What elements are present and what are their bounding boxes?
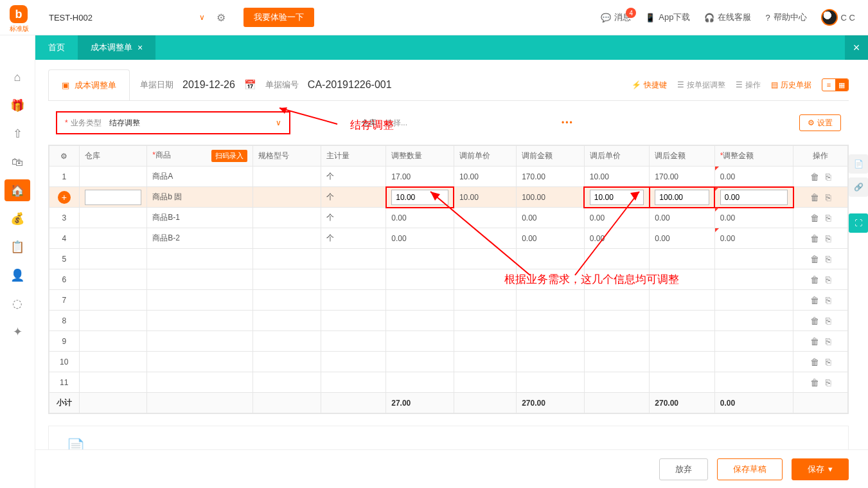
sidebar-money-icon[interactable]: 💰 — [4, 208, 30, 230]
top-actions: 💬 消息 4 📱App下载 🎧在线客服 ?帮助中心 C C — [601, 9, 855, 26]
copy-icon[interactable]: ⎘ — [826, 316, 831, 326]
copy-icon[interactable]: ⎘ — [826, 336, 831, 347]
more-icon[interactable]: ••• — [562, 118, 574, 127]
warehouse-select[interactable]: 仓库 选择... — [361, 118, 407, 129]
help-center-link[interactable]: ?帮助中心 — [765, 12, 806, 23]
logo: b 标准版 — [10, 5, 29, 33]
settings-button[interactable]: ⚙设置 — [799, 114, 841, 131]
delete-icon[interactable]: 🗑 — [810, 295, 819, 305]
col-pre-price: 调前单价 — [454, 146, 516, 167]
table-row[interactable]: 3商品B-1个0.000.000.000.000.00🗑⎘ — [49, 208, 848, 228]
tab-home[interactable]: 首页 — [35, 35, 78, 60]
table-row[interactable]: 6🗑⎘ — [49, 269, 848, 290]
copy-icon[interactable]: ⎘ — [826, 275, 831, 285]
copy-icon[interactable]: ⎘ — [826, 377, 831, 388]
copy-icon[interactable]: ⎘ — [826, 254, 831, 264]
discard-button[interactable]: 放弃 — [659, 458, 708, 480]
business-type-select[interactable]: * 业务类型 结存调整 ∨ — [56, 111, 290, 134]
scan-input-tag[interactable]: 扫码录入 — [211, 150, 247, 162]
sidebar-warehouse-icon[interactable]: 🏠 — [4, 179, 30, 201]
col-qty: 调整数量 — [386, 146, 454, 167]
delete-icon[interactable]: 🗑 — [810, 336, 819, 347]
messages-link[interactable]: 💬 消息 4 — [601, 12, 631, 23]
main-content: ▣ 成本调整单 单据日期 2019-12-26 📅 单据编号 CA-201912… — [35, 60, 868, 488]
footer-actions: 放弃 保存草稿 保存▾ — [35, 449, 868, 488]
user-menu[interactable]: C C — [821, 9, 855, 26]
table-row[interactable]: 4商品B-2个0.000.000.000.000.00🗑⎘ — [49, 228, 848, 249]
org-selector[interactable]: TEST-H002 ∨ — [45, 8, 209, 27]
sidebar-clipboard-icon[interactable]: 📋 — [4, 236, 30, 258]
rail-link-icon[interactable]: 🔗 — [849, 177, 868, 197]
post-price-input[interactable] — [590, 190, 644, 205]
delete-icon[interactable]: 🗑 — [810, 377, 819, 388]
col-post-price: 调后单价 — [584, 146, 649, 167]
delete-icon[interactable]: 🗑 — [810, 172, 819, 182]
col-warehouse: 仓库 — [79, 146, 147, 167]
delete-icon[interactable]: 🗑 — [810, 213, 819, 223]
copy-icon[interactable]: ⎘ — [826, 213, 831, 223]
add-row-icon[interactable]: + — [58, 191, 71, 204]
delete-icon[interactable]: 🗑 — [810, 254, 819, 264]
doc-icon: ▣ — [62, 80, 69, 90]
operations-link[interactable]: ☰ 操作 — [736, 80, 761, 91]
sidebar-bag-icon[interactable]: 🛍 — [4, 151, 30, 173]
delete-icon[interactable]: 🗑 — [810, 192, 819, 203]
close-icon[interactable]: × — [137, 42, 143, 53]
copy-icon[interactable]: ⎘ — [826, 233, 831, 244]
post-amount-input[interactable] — [655, 190, 709, 205]
table-row[interactable]: 11🗑⎘ — [49, 372, 848, 393]
view-list-icon[interactable]: ≡ — [822, 79, 835, 91]
copy-icon[interactable]: ⎘ — [826, 172, 831, 182]
adj-amount-input[interactable] — [720, 190, 788, 205]
delete-icon[interactable]: 🗑 — [810, 316, 819, 326]
message-icon: 💬 — [601, 13, 611, 23]
gear-icon[interactable]: ⚙ — [217, 12, 226, 24]
copy-icon[interactable]: ⎘ — [826, 357, 831, 367]
warehouse-input[interactable] — [85, 190, 142, 205]
delete-icon[interactable]: 🗑 — [810, 275, 819, 285]
calendar-icon[interactable]: 📅 — [244, 79, 256, 91]
col-gear[interactable]: ⚙ — [49, 146, 80, 167]
table-row[interactable]: 7🗑⎘ — [49, 290, 848, 311]
sidebar-up-icon[interactable]: ⇧ — [4, 123, 30, 145]
close-all-tabs[interactable]: × — [845, 35, 868, 60]
org-name: TEST-H002 — [49, 13, 93, 23]
topbar: b 标准版 TEST-H002 ∨ ⚙ 我要体验一下 💬 消息 4 📱App下载… — [0, 0, 868, 35]
form-row: * 业务类型 结存调整 ∨ 仓库 选择... ••• ⚙设置 — [48, 100, 849, 145]
rail-expand-icon[interactable]: ⛶ — [849, 213, 868, 233]
rail-note-icon[interactable]: 📄 — [849, 154, 868, 174]
data-table: ⚙ 仓库 *商品扫码录入 规格型号 主计量 调整数量 调前单价 调前金额 调后单… — [48, 145, 849, 414]
doc-no-label: 单据编号 — [265, 79, 299, 91]
date-value[interactable]: 2019-12-26 — [182, 79, 235, 91]
tab-cost-adjustment[interactable]: 成本调整单 × — [78, 35, 155, 60]
copy-icon[interactable]: ⎘ — [826, 295, 831, 305]
sidebar-gift-icon[interactable]: 🎁 — [4, 95, 30, 116]
per-bill-link[interactable]: ☰ 按单据调整 — [677, 80, 725, 91]
sidebar-new-icon[interactable]: ✦ — [4, 321, 30, 343]
delete-icon[interactable]: 🗑 — [810, 233, 819, 244]
avatar — [821, 9, 838, 26]
experience-button[interactable]: 我要体验一下 — [244, 8, 314, 27]
col-adj-amount: *调整金额 — [714, 146, 793, 167]
customer-service-link[interactable]: 🎧在线客服 — [704, 12, 751, 23]
save-button[interactable]: 保存▾ — [792, 458, 849, 480]
view-grid-icon[interactable]: ▦ — [835, 79, 848, 91]
document-tab[interactable]: ▣ 成本调整单 — [48, 69, 130, 100]
table-row[interactable]: 1商品A个17.0010.00170.0010.00170.000.00🗑⎘ — [49, 167, 848, 187]
view-toggle[interactable]: ≡ ▦ — [822, 78, 849, 91]
table-row[interactable]: 5🗑⎘ — [49, 249, 848, 269]
hotkey-link[interactable]: ⚡快捷键 — [632, 80, 667, 91]
table-row[interactable]: 9🗑⎘ — [49, 331, 848, 352]
sidebar-home-icon[interactable]: ⌂ — [4, 66, 30, 88]
app-download-link[interactable]: 📱App下载 — [645, 12, 690, 23]
table-row[interactable]: 10🗑⎘ — [49, 352, 848, 372]
copy-icon[interactable]: ⎘ — [826, 192, 831, 203]
qty-input[interactable] — [391, 190, 448, 205]
save-draft-button[interactable]: 保存草稿 — [717, 458, 783, 480]
history-link[interactable]: ▤ 历史单据 — [771, 80, 811, 91]
sidebar-profile-icon[interactable]: 👤 — [4, 264, 30, 286]
delete-icon[interactable]: 🗑 — [810, 357, 819, 367]
table-row[interactable]: 8🗑⎘ — [49, 311, 848, 331]
sidebar-refresh-icon[interactable]: ◌ — [4, 293, 30, 314]
table-row[interactable]: +商品b 固个10.00100.00🗑⎘ — [49, 187, 848, 208]
